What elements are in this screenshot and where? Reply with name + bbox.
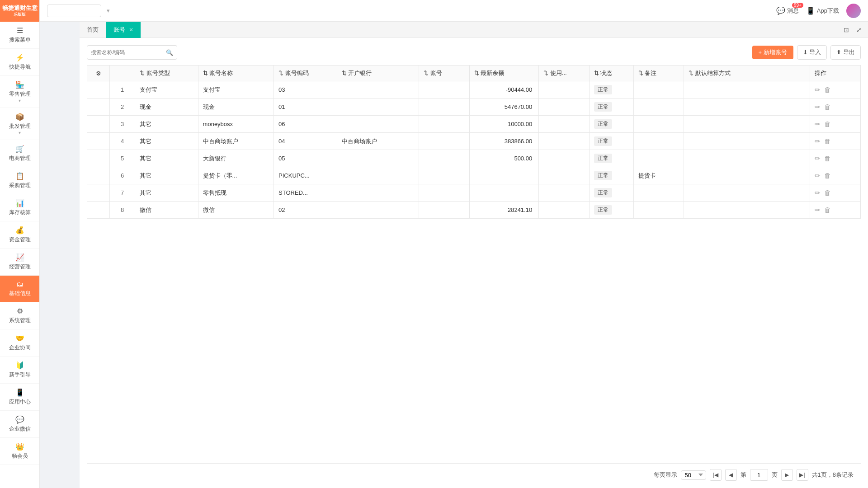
guide-icon: 🔰 [15,361,24,370]
col-status-header[interactable]: ⇅ 状态 [589,66,633,81]
message-badge: 99+ [792,3,803,8]
row-usage-cell [539,184,590,202]
delete-icon[interactable]: 🗑 [824,206,831,214]
sidebar-item-retail[interactable]: 🏪 零售管理 ▾ [0,76,39,108]
row-usage-cell [539,116,590,133]
row-action-cell: ✏ 🗑 [810,150,861,167]
search-input[interactable] [91,49,166,56]
row-account-cell [419,116,470,133]
col-settle-header[interactable]: ⇅ 默认结算方式 [684,66,810,81]
col-settings-header[interactable]: ⚙ [87,66,110,81]
col-type-header[interactable]: ⇅ 账号类型 [135,66,198,81]
sidebar-item-purchase[interactable]: 📋 采购管理 [0,167,39,194]
row-status-cell: 正常 [589,184,633,202]
pagination: 每页显示 50 10 20 100 |◀ ◀ 第 页 ▶ ▶| 共1页，8条记录 [87,463,861,481]
sidebar-item-system[interactable]: ⚙ 系统管理 [0,302,39,329]
tab-close-button[interactable]: ✕ [129,27,133,33]
sidebar-item-wechat[interactable]: 💬 企业微信 [0,411,39,438]
row-bank-cell [337,116,419,133]
page-prev-button[interactable]: ◀ [725,469,737,481]
row-bank-cell: 中百商场账户 [337,133,419,150]
row-name-cell: moneybosx [198,116,274,133]
topbar-right: 💬 消息 99+ 📱 App下载 [776,4,861,18]
page-content: 🔍 + 新增账号 ⬇ 导入 ⬆ 导出 ⚙ ⇅ 账号类型 ⇅ 账号名称 [80,38,868,488]
delete-icon[interactable]: 🗑 [824,120,831,128]
toolbar: 🔍 + 新增账号 ⬇ 导入 ⬆ 导出 [87,45,861,60]
row-code-cell: 06 [274,116,337,133]
page-input[interactable] [750,469,768,481]
tab-restore-button[interactable]: ⊡ [841,24,852,35]
row-num-cell: 7 [110,184,135,202]
sidebar-item-wholesale[interactable]: 📦 批发管理 ▾ [0,108,39,140]
topbar-search-input[interactable] [47,5,101,17]
col-name-header[interactable]: ⇅ 账号名称 [198,66,274,81]
row-bank-cell [337,99,419,116]
delete-icon[interactable]: 🗑 [824,155,831,162]
delete-icon[interactable]: 🗑 [824,189,831,197]
import-button[interactable]: ⬇ 导入 [797,45,827,60]
sidebar-item-finance[interactable]: 💰 资金管理 [0,221,39,249]
member-icon: 👑 [15,442,24,451]
row-remark-cell [633,81,684,99]
search-icon[interactable]: 🔍 [166,49,173,56]
sidebar-item-inventory[interactable]: 📊 库存核算 [0,194,39,221]
row-type-cell: 其它 [135,116,198,133]
delete-icon[interactable]: 🗑 [824,86,831,94]
edit-icon[interactable]: ✏ [815,172,821,180]
sidebar-item-label: 批发管理 [9,122,31,130]
search-menu-icon: ☰ [17,26,23,35]
edit-icon[interactable]: ✏ [815,120,821,128]
message-icon: 💬 [776,6,785,15]
edit-icon[interactable]: ✏ [815,206,821,214]
topbar-chevron-icon: ▾ [107,7,110,14]
edit-icon[interactable]: ✏ [815,137,821,145]
tab-home[interactable]: 首页 [80,22,106,38]
delete-icon[interactable]: 🗑 [824,137,831,145]
table-row: 2 现金 现金 01 547670.00 正常 ✏ 🗑 [87,99,861,116]
sidebar-item-label: 搜索菜单 [9,36,31,44]
delete-icon[interactable]: 🗑 [824,103,831,111]
row-status-cell: 正常 [589,81,633,99]
sidebar-item-shortcut[interactable]: ⚡ 快捷导航 [0,49,39,76]
user-avatar[interactable] [846,4,861,18]
tab-accounts[interactable]: 账号 ✕ [106,22,141,38]
sidebar-item-label: 畅会员 [12,452,28,460]
col-usage-header[interactable]: ⇅ 使用... [539,66,590,81]
col-action-header: 操作 [810,66,861,81]
edit-icon[interactable]: ✏ [815,155,821,163]
sidebar-item-enterprise[interactable]: 🤝 企业协同 [0,329,39,357]
sidebar-item-operations[interactable]: 📈 经营管理 [0,249,39,276]
col-account-header[interactable]: ⇅ 账号 [419,66,470,81]
row-action-cell: ✏ 🗑 [810,202,861,219]
app-logo: 畅捷通财生意 乐版版 [0,0,39,22]
sidebar-item-basic[interactable]: 🗂 基础信息 [0,276,39,302]
page-last-button[interactable]: ▶| [797,469,808,481]
edit-icon[interactable]: ✏ [815,103,821,111]
app-download-button[interactable]: 📱 App下载 [806,6,839,15]
col-balance-header[interactable]: ⇅ 最新余额 [469,66,539,81]
message-button[interactable]: 💬 消息 99+ [776,6,799,15]
col-remark-header[interactable]: ⇅ 备注 [633,66,684,81]
edit-icon[interactable]: ✏ [815,189,821,197]
page-next-button[interactable]: ▶ [781,469,793,481]
sidebar-item-member[interactable]: 👑 畅会员 [0,438,39,465]
col-code-header[interactable]: ⇅ 账号编码 [274,66,337,81]
wholesale-icon: 📦 [15,113,24,121]
sidebar-item-ecommerce[interactable]: 🛒 电商管理 [0,140,39,167]
row-balance-cell: 28241.10 [469,202,539,219]
sidebar-item-search[interactable]: ☰ 搜索菜单 [0,22,39,49]
row-num-cell: 3 [110,116,135,133]
page-size-select[interactable]: 50 10 20 100 [681,470,706,480]
tab-fullscreen-button[interactable]: ⤢ [854,24,864,35]
add-account-button[interactable]: + 新增账号 [752,46,793,59]
delete-icon[interactable]: 🗑 [824,172,831,179]
sidebar-item-guide[interactable]: 🔰 新手引导 [0,357,39,384]
row-action-cell: ✏ 🗑 [810,167,861,184]
page-first-button[interactable]: |◀ [710,469,722,481]
sidebar-item-apps[interactable]: 📱 应用中心 [0,384,39,411]
export-button[interactable]: ⬆ 导出 [830,45,861,60]
row-balance-cell: 383866.00 [469,133,539,150]
row-type-cell: 微信 [135,202,198,219]
edit-icon[interactable]: ✏ [815,86,821,94]
col-bank-header[interactable]: ⇅ 开户银行 [337,66,419,81]
